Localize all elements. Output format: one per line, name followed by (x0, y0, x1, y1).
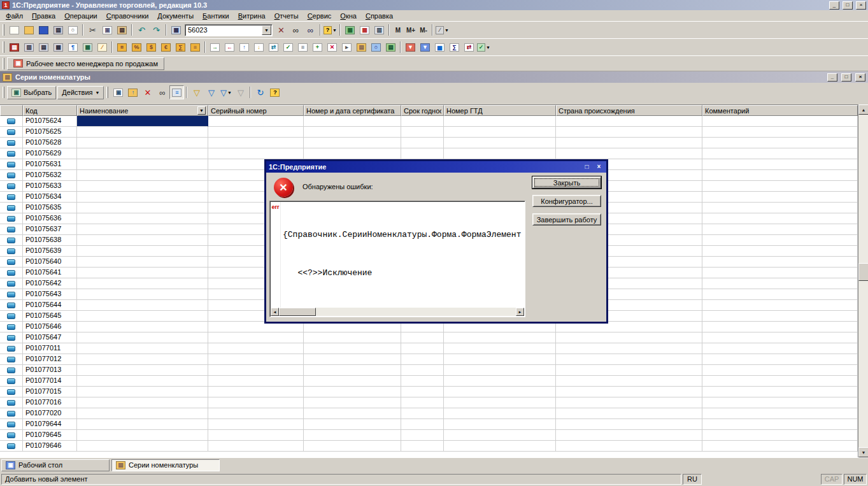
cell-код[interactable]: Р01075643 (23, 289, 77, 300)
cell-код[interactable]: Р01075632 (23, 170, 77, 181)
cell-комментарий[interactable] (702, 116, 858, 127)
cell-наименование[interactable] (77, 397, 208, 408)
cell-номер-гтд[interactable] (444, 408, 556, 419)
table-row[interactable]: Р01077016 (0, 397, 858, 408)
toolbar-grip[interactable] (3, 87, 4, 98)
cell-комментарий[interactable] (702, 246, 858, 257)
actions-button[interactable]: Действия ▼ (57, 86, 104, 99)
scrollbar-thumb[interactable] (858, 263, 868, 281)
cell-серийный-номер[interactable] (208, 441, 304, 452)
cell-комментарий[interactable] (702, 224, 858, 235)
print-form-3-icon[interactable]: ▦ (51, 40, 66, 54)
memory-recall-button[interactable]: М (392, 24, 404, 36)
menu-окна[interactable]: Окна (336, 11, 361, 21)
workplace-tab[interactable]: ▣ Рабочее место менеджера по продажам (7, 57, 164, 70)
new-document-icon[interactable] (7, 23, 22, 37)
cell-комментарий[interactable] (702, 170, 858, 181)
scrollbar-track[interactable] (316, 308, 516, 316)
row-selector-cell[interactable] (0, 278, 23, 289)
table-row[interactable]: Р01079645 (0, 430, 858, 441)
cell-страна-происхождения[interactable] (556, 419, 702, 430)
close-error-button[interactable]: Закрыть (532, 176, 601, 189)
cell-номер-и-дата-сертификата[interactable] (304, 441, 401, 452)
cell-страна-происхождения[interactable] (556, 343, 702, 354)
counterparty-icon[interactable]: ¶ (66, 40, 80, 54)
cell-код[interactable]: Р01075628 (23, 138, 77, 148)
cell-страна-происхождения[interactable] (556, 116, 702, 127)
memory-add-button[interactable]: М+ (404, 24, 417, 36)
cell-страна-происхождения[interactable] (556, 332, 702, 343)
document-up-icon[interactable]: ↑ (237, 40, 252, 54)
cell-код[interactable]: Р01079644 (23, 419, 77, 430)
cell-комментарий[interactable] (702, 159, 858, 170)
cart-red-icon[interactable]: ▼ (403, 40, 418, 54)
save-icon[interactable] (36, 23, 51, 37)
chart-icon[interactable]: ▅ (432, 40, 447, 54)
cell-код[interactable]: Р01075640 (23, 257, 77, 268)
row-selector-cell[interactable] (0, 387, 23, 397)
cell-номер-и-дата-сертификата[interactable] (304, 354, 401, 365)
edit-pencil-icon[interactable]: ∕ (95, 40, 110, 54)
row-selector-cell[interactable] (0, 441, 23, 452)
cell-серийный-номер[interactable] (208, 397, 304, 408)
cell-код[interactable]: Р01075638 (23, 235, 77, 246)
dialog-close-icon[interactable]: × (594, 163, 604, 171)
cell-комментарий[interactable] (702, 354, 858, 365)
row-selector-cell[interactable] (0, 138, 23, 148)
cell-код[interactable]: Р01079645 (23, 430, 77, 441)
cell-комментарий[interactable] (702, 203, 858, 213)
menu-сервис[interactable]: Сервис (303, 11, 336, 21)
row-selector-cell[interactable] (0, 235, 23, 246)
row-selector-cell[interactable] (0, 192, 23, 203)
print-form-icon[interactable]: ▥ (22, 40, 36, 54)
folder-documents-icon[interactable]: ▤ (354, 40, 369, 54)
cell-наименование[interactable] (77, 322, 208, 332)
document-down-icon[interactable]: ↓ (252, 40, 266, 54)
cell-комментарий[interactable] (702, 408, 858, 419)
cell-страна-происхождения[interactable] (556, 397, 702, 408)
table-row[interactable]: Р01075625 (0, 127, 858, 138)
cell-код[interactable]: Р01075644 (23, 300, 77, 311)
exchange-plan-icon[interactable]: ⇄ (462, 40, 476, 54)
cell-серийный-номер[interactable] (208, 138, 304, 148)
menu-правка[interactable]: Правка (27, 11, 60, 21)
cell-серийный-номер[interactable] (208, 430, 304, 441)
cell-страна-происхождения[interactable] (556, 365, 702, 376)
column-header-2[interactable]: Наименование▼ (77, 105, 208, 116)
cell-комментарий[interactable] (702, 343, 858, 354)
cart-blue-icon[interactable]: ▼ (418, 40, 432, 54)
cell-серийный-номер[interactable] (208, 332, 304, 343)
row-selector-cell[interactable] (0, 376, 23, 387)
cell-наименование[interactable] (77, 127, 208, 138)
row-selector-cell[interactable] (0, 322, 23, 332)
cell-срок-годнос-[interactable] (401, 397, 444, 408)
cell-комментарий[interactable] (702, 148, 858, 159)
cell-срок-годнос-[interactable] (401, 127, 444, 138)
row-selector-cell[interactable] (0, 268, 23, 278)
row-selector-cell[interactable] (0, 181, 23, 192)
list-help-icon[interactable]: ? (267, 85, 282, 99)
document-list-icon[interactable]: ≡ (295, 40, 310, 54)
cell-номер-и-дата-сертификата[interactable] (304, 397, 401, 408)
cell-страна-происхождения[interactable] (556, 138, 702, 148)
scales-icon[interactable]: ≡ (188, 40, 203, 54)
find-next-icon[interactable]: ∞ (303, 23, 318, 37)
row-selector-cell[interactable] (0, 332, 23, 343)
cell-комментарий[interactable] (702, 430, 858, 441)
table-report-icon[interactable]: ▦ (80, 40, 95, 54)
language-indicator[interactable]: RU (683, 474, 702, 485)
cell-комментарий[interactable] (702, 397, 858, 408)
cell-наименование[interactable] (77, 268, 208, 278)
row-selector-cell[interactable] (0, 224, 23, 235)
cell-наименование[interactable] (77, 419, 208, 430)
shutdown-button[interactable]: Завершить работу (532, 213, 601, 225)
globe-icon[interactable]: ○ (369, 40, 383, 54)
cell-наименование[interactable] (77, 257, 208, 268)
restore-button[interactable]: □ (843, 1, 853, 10)
cell-код[interactable]: Р01075634 (23, 192, 77, 203)
cell-срок-годнос-[interactable] (401, 408, 444, 419)
print-icon[interactable]: ▤ (51, 23, 66, 37)
cell-наименование[interactable] (77, 365, 208, 376)
cell-номер-и-дата-сертификата[interactable] (304, 343, 401, 354)
cell-наименование[interactable] (77, 430, 208, 441)
